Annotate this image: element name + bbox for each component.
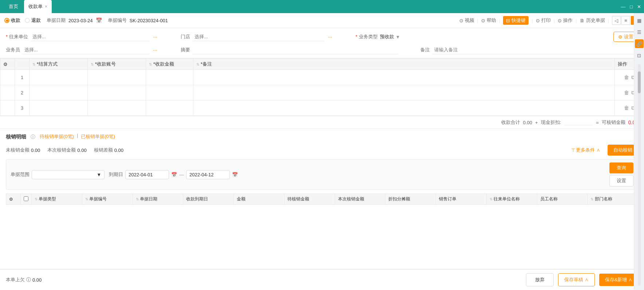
radio-refund[interactable]: 退款 xyxy=(25,17,41,24)
calendar-from-icon[interactable]: 📅 xyxy=(171,172,177,177)
toolbar-actions: ⊙ 视频 | ⊙ 帮助 | ⊟ 快捷键 | ⊙ 打印 | ⊙ 操作 | xyxy=(459,16,640,25)
radio-refund-label: 退款 xyxy=(31,17,41,24)
writeoff-header-row: ⚙ ⇅ 单据类型 ⇅ 单据编号 ⇅ 单据日期 收款到期 xyxy=(6,194,638,205)
calendar-to-icon[interactable]: 📅 xyxy=(232,172,238,177)
maximize-btn[interactable]: □ xyxy=(630,4,633,9)
sidebar-icon-list[interactable]: ☰ xyxy=(635,28,644,36)
query-btn[interactable]: 查询 xyxy=(609,162,633,173)
table-header-row: ⚙ ⇅ *结算方式 ⇅ *收款账号 ⇅ *收款金额 ⇅ xyxy=(0,59,644,70)
filter-settings-btn[interactable]: 设置 xyxy=(609,175,633,187)
abandon-btn[interactable]: 放弃 xyxy=(526,273,554,286)
row3-amount[interactable] xyxy=(146,101,193,116)
remark-input[interactable] xyxy=(432,46,638,54)
col-account-header: ⇅ *收款账号 xyxy=(88,59,146,70)
close-btn[interactable]: ✕ xyxy=(637,4,641,9)
store-more-btn[interactable]: ··· xyxy=(326,34,334,40)
minimize-btn[interactable]: — xyxy=(621,4,625,9)
row1-account[interactable] xyxy=(88,70,146,85)
section-header: 核销明细 ⓘ 待核销单据(0笔) | 已核销单据(0笔) xyxy=(6,133,638,141)
filter-date-to[interactable] xyxy=(186,170,230,179)
row1-remark[interactable] xyxy=(193,70,615,85)
view-list-btn[interactable]: ◁ xyxy=(612,16,621,25)
wt-col-due: 收款到期日 xyxy=(183,194,234,205)
radio-receipt-label: 收款 xyxy=(11,17,20,24)
action-print[interactable]: ⊙ 打印 xyxy=(536,17,551,24)
wt-select-all[interactable] xyxy=(24,196,28,201)
counterparty-label: * 往来单位 xyxy=(6,34,28,40)
bottom-info-label: 本单上欠 xyxy=(6,277,25,283)
main-content: 收款 退款 单据日期 2023-03-24 📅 单据编号 SK-20230324… xyxy=(0,13,644,290)
row2-amount[interactable] xyxy=(146,85,193,101)
wt-col-checkbox xyxy=(21,194,32,205)
row2-remark[interactable] xyxy=(193,85,615,101)
col-settings-header[interactable]: ⚙ xyxy=(0,59,15,70)
help-label: 帮助 xyxy=(487,17,496,24)
row2-account[interactable] xyxy=(88,85,146,101)
action-history[interactable]: 🗎 历史单据 xyxy=(580,17,605,24)
row1-amount[interactable] xyxy=(146,70,193,85)
section-info-icon[interactable]: ⓘ xyxy=(31,134,35,140)
action-shortcut[interactable]: ⊟ 快捷键 xyxy=(503,16,529,25)
filter-range-label: 单据范围 xyxy=(11,171,30,178)
row3-remark[interactable] xyxy=(193,101,615,116)
row1-settings xyxy=(0,70,15,85)
current-value: 0.00 xyxy=(77,148,86,153)
summary-input[interactable] xyxy=(192,46,398,54)
calendar-icon[interactable]: 📅 xyxy=(96,17,102,23)
row2-method[interactable] xyxy=(30,85,88,101)
row1-num: 1 xyxy=(15,70,30,85)
tab-done[interactable]: 已核销单据(0笔) xyxy=(81,133,115,141)
row2-num: 2 xyxy=(15,85,30,101)
bottom-info: 本单上欠 ⓘ 0.00 xyxy=(6,277,42,283)
action-operate[interactable]: ⊙ 操作 xyxy=(558,17,573,24)
radio-receipt[interactable]: 收款 xyxy=(4,17,20,24)
store-input[interactable] xyxy=(192,32,324,41)
sidebar-icon-table[interactable]: ▦ xyxy=(635,16,644,25)
staff-input[interactable] xyxy=(22,46,149,54)
staff-more-btn[interactable]: ··· xyxy=(152,47,159,53)
row1-delete-icon[interactable]: 🗑 xyxy=(624,74,629,81)
filter-range-select[interactable]: ▼ xyxy=(32,170,105,179)
row2-delete-icon[interactable]: 🗑 xyxy=(624,90,629,96)
row3-account[interactable] xyxy=(88,101,146,116)
current-label: 本次核销金额 xyxy=(47,147,76,153)
sidebar-icon-link[interactable]: 🔗 xyxy=(635,39,644,48)
right-sidebar: ▦ ☰ 🔗 ⊡ xyxy=(634,13,644,290)
wt-col-settings[interactable]: ⚙ xyxy=(6,194,21,205)
row1-method[interactable] xyxy=(30,70,88,85)
counterparty-more-btn[interactable]: ··· xyxy=(152,34,159,40)
filter-date-from[interactable] xyxy=(125,170,169,179)
section-title: 核销明细 xyxy=(6,134,26,140)
more-conditions-btn[interactable]: ⊤ 更多条件 ∧ xyxy=(571,147,600,153)
filter-actions: 查询 设置 xyxy=(609,162,633,187)
writeoff-section: 核销明细 ⓘ 待核销单据(0笔) | 已核销单据(0笔) 未核销金额 0.00 … xyxy=(0,129,644,269)
diff-value: 0.00 xyxy=(114,148,123,153)
business-type-select[interactable]: 预收款 ▼ xyxy=(380,34,611,40)
counterparty-input[interactable] xyxy=(30,32,150,41)
discount-input[interactable] xyxy=(564,119,593,125)
divider-5: | xyxy=(576,18,577,23)
filter-icon: ⊤ xyxy=(571,148,575,153)
tab-close-btn[interactable]: × xyxy=(45,4,47,9)
sidebar-icon-capture[interactable]: ⊡ xyxy=(635,51,644,60)
row3-num: 3 xyxy=(15,101,30,116)
tab-home[interactable]: 首页 xyxy=(3,0,24,13)
row3-delete-icon[interactable]: 🗑 xyxy=(624,105,629,111)
save-new-btn[interactable]: 保存&新增 ∧ xyxy=(599,274,638,286)
sidebar-scrollbar[interactable] xyxy=(638,64,641,286)
operate-icon: ⊙ xyxy=(558,18,562,23)
tab-pending[interactable]: 待核销单据(0笔) xyxy=(40,133,74,141)
radio-refund-dot xyxy=(25,18,30,23)
action-help[interactable]: ⊙ 帮助 xyxy=(481,17,496,24)
row3-method[interactable] xyxy=(30,101,88,116)
equals-sign: = xyxy=(596,120,599,125)
remark-label: 备注 xyxy=(420,47,430,53)
tab-active[interactable]: 收款单 × xyxy=(24,0,52,13)
bottom-info-icon[interactable]: ⓘ xyxy=(26,277,31,283)
action-video[interactable]: ⊙ 视频 xyxy=(459,17,474,24)
col-amount-header: ⇅ *收款金额 xyxy=(146,59,193,70)
stat-current: 本次核销金额 0.00 xyxy=(47,147,86,153)
view-grid-btn[interactable]: ≡ xyxy=(621,16,630,25)
store-field: 门店 ··· xyxy=(181,32,334,41)
save-draft-btn[interactable]: 保存草稿 ∧ xyxy=(558,273,595,286)
